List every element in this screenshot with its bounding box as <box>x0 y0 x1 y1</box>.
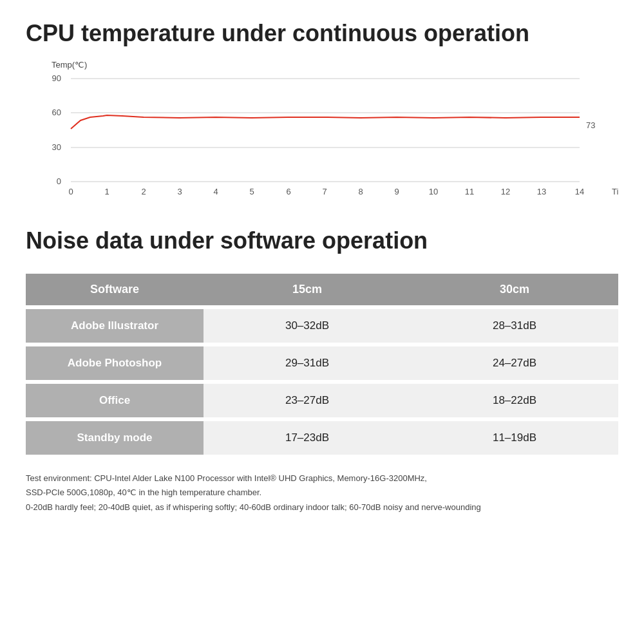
chart-svg: 0 30 60 90 0 1 2 3 4 5 6 7 8 9 10 11 12 … <box>39 72 618 201</box>
chart-title: CPU temperature under continuous operati… <box>26 19 618 47</box>
db-cell: 24–27dB <box>411 346 618 380</box>
svg-text:73: 73 <box>586 120 595 130</box>
software-cell: Adobe Illustrator <box>26 309 204 343</box>
col-header-30cm: 30cm <box>411 274 618 305</box>
col-header-15cm: 15cm <box>204 274 411 305</box>
svg-text:13: 13 <box>537 187 546 196</box>
svg-text:5: 5 <box>249 187 254 196</box>
table-row: Standby mode17–23dB11–19dB <box>26 421 618 455</box>
noise-table: Software 15cm 30cm Adobe Illustrator30–3… <box>26 270 618 459</box>
svg-text:30: 30 <box>52 142 61 152</box>
svg-text:8: 8 <box>358 187 363 196</box>
svg-text:11: 11 <box>465 187 474 196</box>
svg-text:4: 4 <box>213 187 218 196</box>
chart-container: 0 30 60 90 0 1 2 3 4 5 6 7 8 9 10 11 12 … <box>39 72 618 201</box>
svg-text:0: 0 <box>68 187 73 196</box>
db-cell: 18–22dB <box>411 384 618 417</box>
software-cell: Office <box>26 384 204 417</box>
footnote: Test environment: CPU-Intel Alder Lake N… <box>26 471 618 514</box>
col-header-software: Software <box>26 274 204 305</box>
db-cell: 17–23dB <box>204 421 411 455</box>
svg-text:2: 2 <box>141 187 146 196</box>
db-cell: 11–19dB <box>411 421 618 455</box>
svg-text:3: 3 <box>177 187 182 196</box>
table-row: Adobe Illustrator30–32dB28–31dB <box>26 309 618 343</box>
db-cell: 28–31dB <box>411 309 618 343</box>
noise-title: Noise data under software operation <box>26 227 618 254</box>
footnote-line: SSD-PCIe 500G,1080p, 40℃ in the high tem… <box>26 486 618 500</box>
svg-text:60: 60 <box>52 108 61 117</box>
svg-text:6: 6 <box>286 187 290 196</box>
svg-text:10: 10 <box>429 187 438 196</box>
noise-section: Noise data under software operation Soft… <box>26 227 618 514</box>
table-row: Adobe Photoshop29–31dB24–27dB <box>26 346 618 380</box>
footnote-line: 0-20dB hardly feel; 20-40dB quiet, as if… <box>26 500 618 515</box>
db-cell: 29–31dB <box>204 346 411 380</box>
svg-text:Time(Hour): Time(Hour) <box>612 187 618 196</box>
chart-section: CPU temperature under continuous operati… <box>26 19 618 201</box>
chart-ylabel: Temp(℃) <box>52 60 618 70</box>
footnote-line: Test environment: CPU-Intel Alder Lake N… <box>26 471 618 486</box>
svg-text:0: 0 <box>57 176 61 186</box>
svg-text:1: 1 <box>104 187 109 196</box>
svg-text:7: 7 <box>322 187 327 196</box>
svg-text:9: 9 <box>394 187 399 196</box>
svg-text:12: 12 <box>501 187 510 196</box>
db-cell: 30–32dB <box>204 309 411 343</box>
svg-text:90: 90 <box>52 73 61 83</box>
table-row: Office23–27dB18–22dB <box>26 384 618 417</box>
software-cell: Adobe Photoshop <box>26 346 204 380</box>
software-cell: Standby mode <box>26 421 204 455</box>
db-cell: 23–27dB <box>204 384 411 417</box>
svg-text:14: 14 <box>575 187 584 196</box>
